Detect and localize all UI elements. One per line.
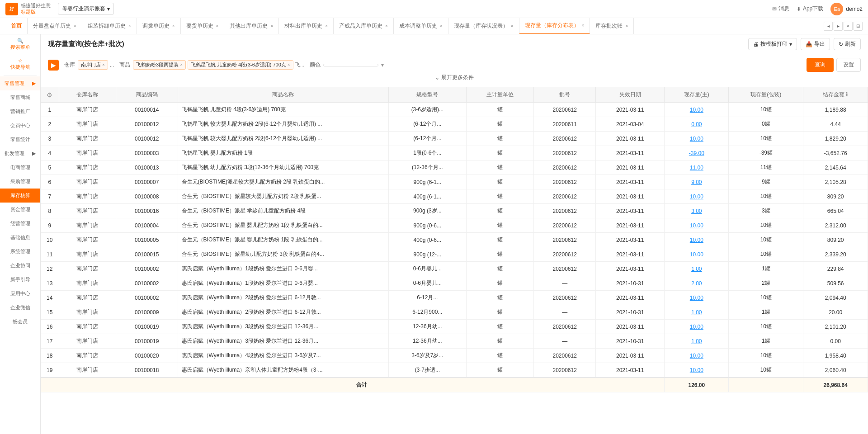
tab-2[interactable]: 组装拆卸单历史 ×	[82, 18, 137, 34]
close-icon[interactable]: ×	[625, 24, 628, 28]
tab-3[interactable]: 调拨单历史 ×	[137, 18, 181, 34]
close-icon[interactable]: ×	[216, 24, 219, 28]
sidebar-item-guide[interactable]: 新手引导	[0, 273, 40, 287]
close-icon[interactable]: ×	[74, 24, 76, 28]
sidebar-item-membership[interactable]: 畅会员	[0, 315, 40, 329]
print-btn[interactable]: 🖨 按模板打印 ▾	[748, 38, 797, 50]
cell-unit: 罐	[466, 175, 534, 189]
settings-icon[interactable]: ⚙	[47, 91, 52, 99]
tab-11[interactable]: 库存批次账 ×	[590, 18, 634, 34]
cell-qty-main: 10.00	[665, 233, 729, 247]
refresh-btn[interactable]: ↻ 刷新	[834, 38, 861, 50]
sidebar-item-apps[interactable]: 应用中心	[0, 287, 40, 301]
sidebar-item-finance[interactable]: 资金管理	[0, 203, 40, 217]
cell-qty-pkg: 10罐	[729, 320, 803, 334]
sidebar-item-enterprise[interactable]: 企业协同	[0, 259, 40, 273]
filter-more-icon[interactable]: ...	[110, 62, 114, 68]
cell-name: 合生元（BIOSTIME）派星 婴儿配方奶粉 1段 乳铁蛋白的...	[178, 218, 388, 233]
sidebar-item-retail-stats[interactable]: 零售统计	[0, 132, 40, 146]
tab-expand-btn[interactable]: ⊟	[854, 22, 863, 31]
sidebar-shortcut[interactable]: ☆ 快捷导航	[0, 54, 40, 74]
tab-4[interactable]: 要货单历史 ×	[181, 18, 225, 34]
sidebar-search[interactable]: 🔍 搜索菜单	[0, 34, 40, 54]
tab-9[interactable]: 现存量（库存状况表） ×	[448, 18, 519, 34]
cell-unit: 罐	[466, 349, 534, 363]
query-btn[interactable]: 查询	[807, 58, 834, 72]
app-download-btn[interactable]: ⬇ App下载	[797, 5, 823, 13]
cell-warehouse: 南岸门店	[59, 160, 116, 175]
close-icon[interactable]: ×	[385, 24, 388, 28]
cell-batch: 20200612	[534, 160, 596, 175]
sidebar-item-inventory[interactable]: 库存核算	[0, 189, 40, 203]
cell-expire: 2021-10-31	[596, 305, 665, 320]
cell-qty-main: 10.00	[665, 218, 729, 233]
close-icon[interactable]: ×	[128, 24, 131, 28]
tab-prev-btn[interactable]: ◂	[824, 22, 833, 31]
account-selector[interactable]: 母婴行业演示账套 ▾	[58, 3, 114, 15]
cell-amount: -3,652.76	[803, 146, 868, 160]
tab-7[interactable]: 产成品入库单历史 ×	[334, 18, 394, 34]
data-table: ⚙ 仓库名称 商品编码 商品名称 规格型号 主计量单位 批号 失效日期 现存量(…	[41, 87, 868, 392]
sidebar-item-marketing[interactable]: 营销推广	[0, 104, 40, 118]
cell-name: 惠氏启赋（Wyeth illuma）2段奶粉 爱尔兰进口 6-12月敦...	[178, 291, 388, 305]
tab-navigation-arrows: ◂ ▸ × ⊟	[824, 22, 863, 31]
tab-1[interactable]: 分量盘点单历史 ×	[28, 18, 82, 34]
cell-qty-main: 10.00	[665, 103, 729, 117]
close-icon[interactable]: ×	[511, 24, 514, 28]
cell-warehouse: 南岸门店	[59, 233, 116, 247]
tab-6[interactable]: 材料出库单历史 ×	[279, 18, 334, 34]
table-row: 16 南岸门店 00100019 惠氏启赋（Wyeth illuma）3段奶粉 …	[41, 320, 868, 334]
cell-no: 8	[41, 204, 59, 218]
filter-expand-btn[interactable]: ▶	[48, 60, 59, 71]
close-icon[interactable]: ×	[440, 24, 443, 28]
tab-home[interactable]: 首页	[5, 18, 28, 34]
messages-btn[interactable]: ✉ 消息	[772, 5, 789, 13]
table-row: 13 南岸门店 00100002 惠氏启赋（Wyeth illuma）1段奶粉 …	[41, 276, 868, 291]
export-btn[interactable]: 📥 导出	[801, 38, 830, 50]
sidebar-item-procurement[interactable]: 采购管理	[0, 175, 40, 189]
sidebar-item-retail-mall[interactable]: 零售商城	[0, 90, 40, 104]
tab-5[interactable]: 其他出库单历史 ×	[224, 18, 279, 34]
cell-unit: 罐	[466, 103, 534, 117]
tag-close-icon[interactable]: ×	[288, 62, 290, 67]
tab-next-btn[interactable]: ▸	[834, 22, 843, 31]
tab-close-btn[interactable]: ×	[844, 22, 853, 31]
tab-10[interactable]: 现存量（库存分布表） ×	[519, 18, 590, 34]
close-icon[interactable]: ×	[270, 24, 273, 28]
sidebar-item-basic-info[interactable]: 基础信息	[0, 231, 40, 245]
product-filter-more[interactable]: 飞...	[295, 61, 304, 68]
cell-unit: 罐	[466, 117, 534, 132]
close-icon[interactable]: ×	[325, 24, 328, 28]
cell-expire: 2021-03-11	[596, 218, 665, 233]
cell-spec: (6-12个月...	[388, 132, 466, 146]
logo-icon: 好	[5, 3, 18, 15]
cell-expire: 2021-03-11	[596, 320, 665, 334]
close-icon[interactable]: ×	[582, 23, 585, 28]
cell-qty-main: 9.00	[665, 175, 729, 189]
expand-more-btn[interactable]: ⌄ 展开更多条件	[48, 72, 861, 83]
sidebar-item-wholesale[interactable]: 批发管理 ▶	[0, 146, 40, 160]
cell-qty-pkg: 2罐	[729, 276, 803, 291]
cell-spec: 900g (12-...	[388, 247, 466, 262]
sidebar-item-members[interactable]: 会员中心	[0, 118, 40, 132]
color-input[interactable]	[323, 64, 378, 66]
th-name: 商品名称	[178, 87, 388, 103]
cell-qty-pkg: 0罐	[729, 117, 803, 132]
sidebar-item-system[interactable]: 系统管理	[0, 245, 40, 259]
sidebar-item-wechat[interactable]: 企业微信	[0, 301, 40, 315]
product-tag-2: 飞鹤星飞帆 儿童奶粉 4段(3-6岁适用) 700克 ×	[188, 60, 293, 70]
tab-8[interactable]: 成本调整单历史 ×	[394, 18, 448, 34]
warehouse-tag: 南岸门店 ×	[78, 60, 108, 70]
cell-name: 合生元(BIOSTIME)派星较大婴儿配方奶粉 2段 乳铁蛋白的...	[178, 175, 388, 189]
cell-expire: 2021-03-11	[596, 146, 665, 160]
sidebar-item-retail-management[interactable]: 零售管理 ▶	[0, 76, 40, 90]
sidebar-item-ecommerce[interactable]: 电商管理	[0, 160, 40, 175]
table-row: 12 南岸门店 00100002 惠氏启赋（Wyeth illuma）1段奶粉 …	[41, 262, 868, 276]
cell-warehouse: 南岸门店	[59, 247, 116, 262]
th-amount: 结存金额 ℹ	[803, 87, 868, 103]
tag-close-icon[interactable]: ×	[102, 62, 105, 67]
setting-btn[interactable]: 设置	[836, 58, 861, 72]
tag-close-icon[interactable]: ×	[180, 62, 183, 67]
sidebar-item-operations[interactable]: 经营管理	[0, 217, 40, 231]
close-icon[interactable]: ×	[172, 24, 175, 28]
